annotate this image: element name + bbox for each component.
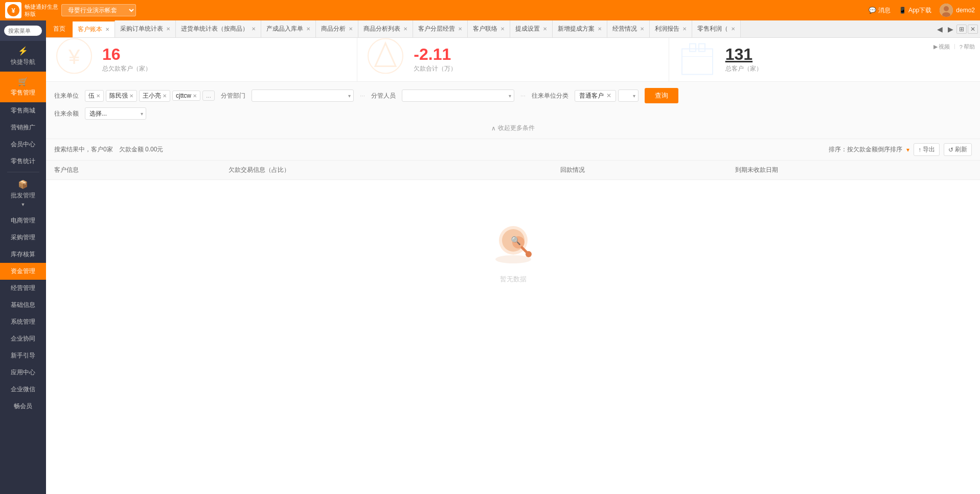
tab-profit-report[interactable]: 利润报告 ✕ [650, 20, 692, 38]
tab-customer-contact[interactable]: 客户联络 ✕ [468, 20, 510, 38]
tab-close-product-incoming[interactable]: ✕ [306, 26, 310, 32]
tab-close-customer-tiered[interactable]: ✕ [458, 26, 462, 32]
tab-close-customer-capital[interactable]: ✕ [105, 27, 109, 32]
tab-expand[interactable]: ⊞ [956, 25, 967, 34]
account-dropdown[interactable]: 母婴行业演示帐套 [61, 4, 136, 16]
sidebar-item-batch-mgmt[interactable]: 📦 批发管理 ▼ [0, 174, 46, 212]
tab-close-incoming-stats[interactable]: ✕ [252, 26, 256, 32]
quick-nav-icon: ⚡ [18, 46, 28, 56]
sidebar-item-marketing[interactable]: 营销推广 [0, 119, 46, 136]
tag-close-wang[interactable]: ✕ [163, 93, 167, 99]
results-bar: 搜索结果中，客户0家 欠款金额 0.00元 排序：按欠款金额倒序排序 ▾ ↑ 导… [46, 139, 980, 161]
sidebar-item-enterprise[interactable]: 企业协同 [0, 330, 46, 347]
stat-credit-amount: -2.11 欠款合计（万） [357, 38, 669, 81]
logo-text: 畅捷通好生意 标版 [25, 3, 58, 18]
tab-product-incoming[interactable]: 产成品入库单 ✕ [261, 20, 316, 38]
svg-text:¥: ¥ [68, 45, 80, 68]
tag-close-cjttcw[interactable]: ✕ [193, 93, 197, 99]
filter-tag-wu: 伍 ✕ [85, 90, 104, 102]
help-button[interactable]: ? 帮助 [960, 43, 975, 51]
sidebar-item-retail-stats[interactable]: 零售统计 [0, 153, 46, 170]
dept-select[interactable] [252, 89, 354, 102]
app-icon: 📱 [899, 7, 906, 14]
dept-select-wrapper [252, 89, 354, 102]
tab-product-analysis-list[interactable]: 商品分析列表 ✕ [358, 20, 413, 38]
sidebar-item-retail-mgmt[interactable]: 🛒 零售管理 [0, 72, 46, 102]
tab-close-biz-situation[interactable]: ✕ [640, 26, 644, 32]
person-more-btn[interactable]: ··· [520, 92, 526, 99]
logo: ¥ 畅捷通好生意 标版 [5, 2, 58, 18]
svg-text:¥: ¥ [11, 7, 15, 14]
tab-customer-capital[interactable]: 客户账本 ✕ [73, 20, 115, 38]
tab-retail-profit[interactable]: 零售利润（ ✕ [692, 20, 741, 38]
tab-close-product-analysis[interactable]: ✕ [349, 26, 353, 32]
svg-rect-10 [690, 43, 696, 51]
app-download-button[interactable]: 📱 App下载 [899, 6, 931, 15]
tab-close-all[interactable]: ✕ [968, 25, 978, 34]
batch-mgmt-icon: 📦 [18, 179, 28, 189]
sidebar-item-ecomm[interactable]: 电商管理 [0, 212, 46, 229]
tab-product-analysis[interactable]: 商品分析 ✕ [316, 20, 358, 38]
svg-point-13 [495, 255, 531, 263]
tag-close-wu[interactable]: ✕ [96, 93, 100, 99]
tag-normal-customer: 普通客户 ✕ [575, 90, 616, 102]
refresh-button[interactable]: ↺ 刷新 [944, 143, 972, 156]
tab-close-promotion-settings[interactable]: ✕ [543, 26, 547, 32]
col-repayment: 回款情况 [552, 161, 726, 180]
filter-tag-chen: 陈民强 ✕ [106, 90, 137, 102]
stat-total-customers: 131 总客户（家） ▶ 视频 | ? 帮助 [669, 38, 980, 81]
sidebar-item-biz[interactable]: 经营管理 [0, 280, 46, 297]
tab-customer-tiered[interactable]: 客户分层经营 ✕ [413, 20, 468, 38]
svg-text:🔍: 🔍 [511, 236, 521, 245]
sidebar-item-quick-nav[interactable]: ⚡ 快捷导航 [0, 41, 46, 72]
tab-next-arrow[interactable]: ▶ [946, 24, 955, 34]
tab-new-promotion-plan[interactable]: 新增提成方案 ✕ [553, 20, 607, 38]
filter-more-tags-btn[interactable]: ... [202, 91, 215, 101]
balance-select[interactable]: 选择... [85, 107, 146, 120]
sidebar-item-inventory[interactable]: 库存核算 [0, 246, 46, 263]
sidebar-item-wechat[interactable]: 企业微信 [0, 381, 46, 398]
tag-close-normal-customer[interactable]: ✕ [606, 92, 611, 99]
collapse-button[interactable]: ∧ 收起更多条件 [54, 124, 972, 132]
sort-arrow-icon[interactable]: ▾ [906, 146, 909, 153]
dept-more-btn[interactable]: ··· [360, 92, 365, 99]
sidebar-item-retail-mall[interactable]: 零售商城 [0, 102, 46, 119]
export-button[interactable]: ↑ 导出 [914, 143, 940, 156]
tab-incoming-stats[interactable]: 进货单统计表（按商品） ✕ [176, 20, 261, 38]
tab-close-profit-report[interactable]: ✕ [682, 26, 687, 32]
sidebar-item-sys[interactable]: 系统管理 [0, 313, 46, 330]
tab-promotion-settings[interactable]: 提成设置 ✕ [510, 20, 553, 38]
sidebar-item-app-center[interactable]: 应用中心 [0, 364, 46, 381]
sidebar-item-purchase[interactable]: 采购管理 [0, 229, 46, 246]
tab-close-retail-profit[interactable]: ✕ [731, 26, 735, 32]
sidebar-item-member-center[interactable]: 会员中心 [0, 136, 46, 153]
video-button[interactable]: ▶ 视频 [933, 43, 950, 51]
unit-class-select[interactable] [618, 89, 639, 102]
username-label: demo2 [956, 7, 975, 14]
tag-close-chen[interactable]: ✕ [129, 93, 133, 99]
tab-biz-situation[interactable]: 经营情况 ✕ [607, 20, 650, 38]
person-select[interactable] [402, 89, 514, 102]
stat-credit-customers: ¥ 16 总欠款客户（家） [46, 38, 357, 81]
message-button[interactable]: 💬 消息 [869, 6, 891, 15]
sidebar-item-basic-info[interactable]: 基础信息 [0, 297, 46, 313]
tab-home[interactable]: 首页 [46, 20, 73, 38]
col-credit-info: 欠款交易信息（占比） [220, 161, 552, 180]
help-icon: ? [960, 44, 963, 50]
tab-close-product-analysis-list[interactable]: ✕ [403, 26, 407, 32]
sidebar-item-newbie[interactable]: 新手引导 [0, 347, 46, 364]
collapse-icon: ∧ [491, 125, 496, 132]
query-button[interactable]: 查询 [645, 88, 678, 103]
user-menu[interactable]: demo2 [940, 4, 975, 17]
sidebar-item-finance[interactable]: 资金管理 [0, 263, 46, 280]
sidebar-divider-1 [7, 172, 39, 172]
tab-prev-arrow[interactable]: ◀ [935, 24, 945, 34]
export-icon: ↑ [918, 146, 921, 153]
tab-close-customer-contact[interactable]: ✕ [500, 26, 505, 32]
svg-point-18 [526, 251, 532, 257]
tab-close-purchase-order-stats[interactable]: ✕ [166, 26, 170, 32]
tab-close-new-promotion-plan[interactable]: ✕ [598, 26, 602, 32]
sidebar-item-member[interactable]: 畅会员 [0, 398, 46, 415]
tab-purchase-order-stats[interactable]: 采购订单统计表 ✕ [115, 20, 176, 38]
search-input[interactable] [4, 26, 42, 36]
